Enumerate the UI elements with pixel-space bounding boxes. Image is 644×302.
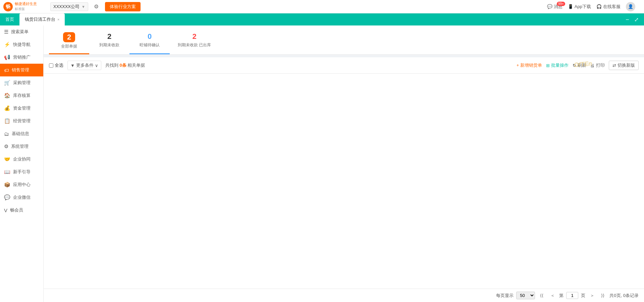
sidebar-item-system[interactable]: ⚙ 系统管理 xyxy=(0,140,43,153)
print-icon: 🖨 xyxy=(590,63,595,68)
first-page-button[interactable]: ⟨⟨ xyxy=(538,292,546,300)
sidebar-item-guide[interactable]: 📖 新手引导 xyxy=(0,166,43,178)
content-area: 2 全部单据 2 到期未收款 0 旺铺待确认 2 到期未收款 已出库 全选 xyxy=(44,25,644,302)
sidebar-label-sales: 销售管理 xyxy=(12,67,29,73)
stat-tab-overdue-unshipped[interactable]: 2 到期未收款 已出库 xyxy=(170,29,219,54)
online-service-label: 在线客服 xyxy=(603,4,621,10)
tab-active-label: 钱货日清工作台 xyxy=(25,16,55,22)
tab-controls: – ⤢ xyxy=(625,16,644,23)
user-icon: 👤 xyxy=(628,4,633,9)
search-icon: ☰ xyxy=(4,29,8,35)
company-name: XXXXXX公司 xyxy=(53,4,79,10)
main-layout: ☰ 搜索菜单 ⚡ 快捷导航 📢 营销推广 🏷 销售管理 🛒 采购管理 🏠 库存核… xyxy=(0,25,644,302)
wangpu-label: 旺铺待确认 xyxy=(140,42,160,48)
sidebar-label-guide: 新手引导 xyxy=(13,169,31,175)
app-download-icon: 📱 xyxy=(568,4,573,9)
sidebar-item-cooperation[interactable]: 🤝 企业协同 xyxy=(0,153,43,166)
app-download-item[interactable]: 📱 App下载 xyxy=(568,4,591,10)
tab-active[interactable]: 钱货日清工作台 × xyxy=(19,13,65,25)
purchase-icon: 🛒 xyxy=(4,80,10,86)
stat-tab-overdue-unpaid[interactable]: 2 到期未收款 xyxy=(89,29,129,54)
message-icon: 💬 xyxy=(547,4,552,9)
logo-area: 畅 畅捷通好生意 标准版 xyxy=(3,2,47,11)
select-all-checkbox[interactable]: 全选 xyxy=(49,62,63,68)
sidebar-item-wechat[interactable]: 💬 企业微信 xyxy=(0,191,43,204)
prev-page-button[interactable]: ＜ xyxy=(548,292,556,300)
found-prefix: 共找到 xyxy=(105,63,118,68)
tab-minimize-icon[interactable]: – xyxy=(625,16,630,23)
all-count: 2 xyxy=(63,32,75,42)
sidebar-item-finance[interactable]: 💰 资金管理 xyxy=(0,102,43,115)
stat-tab-wangpu[interactable]: 0 旺铺待确认 xyxy=(129,29,170,54)
pagination: 每页显示 50 100 200 ⟨⟨ ＜ 第 页 ＞ ⟩⟩ 共0页, 0条记录 xyxy=(44,289,644,302)
app-center-icon: 📦 xyxy=(4,182,10,188)
overdue-unshipped-count: 2 xyxy=(193,32,197,41)
logo-icon: 畅 xyxy=(3,2,13,11)
sidebar-item-purchase[interactable]: 🛒 采购管理 xyxy=(0,76,43,89)
wangpu-count: 0 xyxy=(148,32,152,41)
top-header: 畅 畅捷通好生意 标准版 XXXXXX公司 ▼ ⚙ 体验行业方案 💬 消息 99… xyxy=(0,0,644,13)
batch-operation-button[interactable]: ⊞ 批量操作 xyxy=(546,62,569,68)
sidebar-label-quick-nav: 快捷导航 xyxy=(13,42,31,48)
operation-icon: 📋 xyxy=(4,118,10,124)
last-page-button[interactable]: ⟩⟩ xyxy=(599,292,607,300)
tab-home[interactable]: 首页 xyxy=(0,13,19,25)
message-item[interactable]: 💬 消息 99+ xyxy=(547,4,562,10)
new-sales-order-button[interactable]: + 新增销货单 xyxy=(517,62,542,68)
stat-tab-all[interactable]: 2 全部单据 xyxy=(49,29,89,54)
switch-new-version-button[interactable]: ⇄ 切换新版 xyxy=(609,61,639,70)
header-right: 💬 消息 99+ 📱 App下载 🎧 在线客服 👤 xyxy=(547,2,641,11)
sidebar-item-vip[interactable]: V 畅会员 xyxy=(0,204,43,217)
online-service-item[interactable]: 🎧 在线客服 xyxy=(596,4,621,10)
sidebar-item-quick-nav[interactable]: ⚡ 快捷导航 xyxy=(0,38,43,51)
tab-home-label: 首页 xyxy=(5,16,14,22)
stats-tabs: 2 全部单据 2 到期未收款 0 旺铺待确认 2 到期未收款 已出库 xyxy=(44,25,644,55)
app-download-label: App下载 xyxy=(575,4,591,10)
sidebar-item-operation[interactable]: 📋 经营管理 xyxy=(0,115,43,127)
trial-button[interactable]: 体验行业方案 xyxy=(105,2,141,11)
filter-label: 更多条件 xyxy=(76,62,94,68)
batch-icon: ⊞ xyxy=(546,63,550,68)
found-count: 0条 xyxy=(120,63,126,68)
avatar[interactable]: 👤 xyxy=(626,2,635,11)
print-button[interactable]: 🖨 打印 xyxy=(590,62,605,68)
sidebar-label-basic-info: 基础信息 xyxy=(12,131,29,137)
page-input[interactable] xyxy=(566,292,578,299)
sidebar-label-cooperation: 企业协同 xyxy=(13,156,31,162)
sidebar-item-marketing[interactable]: 📢 营销推广 xyxy=(0,51,43,64)
sidebar-item-sales[interactable]: 🏷 销售管理 xyxy=(0,64,43,76)
sidebar-label-app-center: 应用中心 xyxy=(13,182,31,188)
chevron-down-icon: ▼ xyxy=(82,5,85,9)
refresh-label: 刷新 xyxy=(578,62,586,68)
toolbar: 全选 ▼ 更多条件 ∨ 共找到 0条 相关单据 + 新增销货单 ⊞ 批量操作 ↻… xyxy=(44,57,644,74)
table-area xyxy=(44,74,644,289)
sidebar-item-inventory[interactable]: 🏠 库存核算 xyxy=(0,89,43,102)
overdue-unshipped-label: 到期未收款 已出库 xyxy=(178,42,211,48)
company-selector[interactable]: XXXXXX公司 ▼ xyxy=(50,2,88,11)
sidebar-item-basic-info[interactable]: 🗂 基础信息 xyxy=(0,127,43,140)
refresh-button[interactable]: ↻ 刷新 xyxy=(573,62,586,68)
sidebar: ☰ 搜索菜单 ⚡ 快捷导航 📢 营销推广 🏷 销售管理 🛒 采购管理 🏠 库存核… xyxy=(0,25,44,302)
sidebar-item-search[interactable]: ☰ 搜索菜单 xyxy=(0,25,43,38)
tab-maximize-icon[interactable]: ⤢ xyxy=(633,16,640,23)
select-all-input[interactable] xyxy=(49,63,53,68)
per-page-label: 每页显示 xyxy=(496,293,514,299)
total-label: 共0页, 0条记录 xyxy=(609,293,639,299)
next-page-button[interactable]: ＞ xyxy=(588,292,596,300)
sidebar-item-app-center[interactable]: 📦 应用中心 xyxy=(0,178,43,191)
sales-icon: 🏷 xyxy=(4,67,9,73)
finance-icon: 💰 xyxy=(4,105,10,111)
inventory-icon: 🏠 xyxy=(4,93,10,99)
switch-label: 切换新版 xyxy=(618,62,635,68)
wechat-icon: 💬 xyxy=(4,194,10,200)
sidebar-label-purchase: 采购管理 xyxy=(13,80,31,86)
headset-icon: 🎧 xyxy=(596,4,602,9)
filter-button[interactable]: ▼ 更多条件 ∨ xyxy=(67,61,101,70)
sidebar-label-search: 搜索菜单 xyxy=(11,29,29,35)
overdue-unpaid-label: 到期未收款 xyxy=(99,42,119,48)
close-icon[interactable]: × xyxy=(57,17,59,21)
settings-icon[interactable]: ⚙ xyxy=(92,2,101,11)
page-unit: 页 xyxy=(581,293,585,299)
per-page-select[interactable]: 50 100 200 xyxy=(516,292,535,299)
logo-text: 畅捷通好生意 xyxy=(15,2,37,6)
